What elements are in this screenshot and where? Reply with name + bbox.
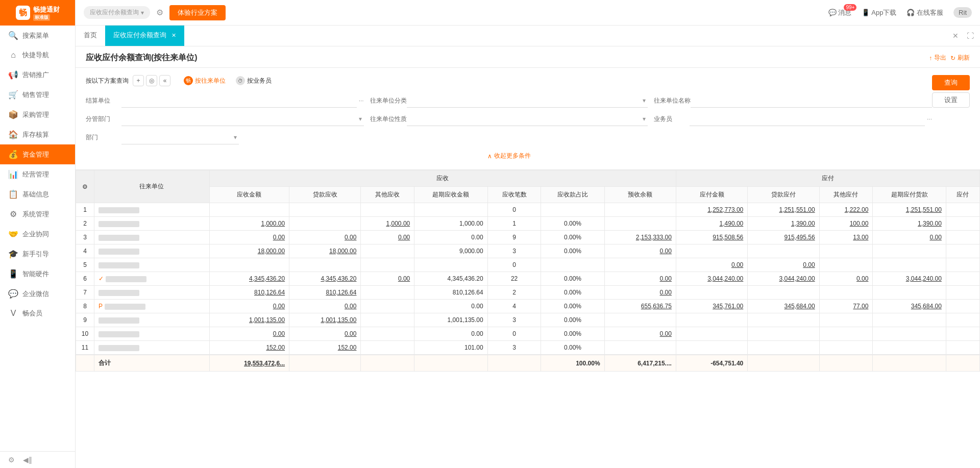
table-cell[interactable]: 0.00: [289, 231, 361, 244]
sidebar-item-operation[interactable]: 📊经营管理: [0, 164, 75, 184]
filter-select-partner-type[interactable]: ▾: [407, 93, 648, 108]
table-cell[interactable]: 345,684.00: [873, 300, 946, 313]
table-cell[interactable]: 655,636.75: [604, 300, 676, 313]
th-settings-icon[interactable]: ⚙: [76, 170, 94, 203]
table-cell[interactable]: 152.00: [209, 341, 289, 355]
table-cell[interactable]: 0.00: [604, 272, 676, 286]
table-cell[interactable]: 1,000.00: [361, 217, 414, 231]
table-cell[interactable]: 0.00: [209, 327, 289, 341]
table-cell[interactable]: 1,490.00: [676, 217, 747, 231]
table-cell[interactable]: 1,001,135.00: [289, 313, 361, 327]
table-cell[interactable]: 1,222.00: [819, 203, 873, 217]
tab-close-icon[interactable]: ✕: [172, 32, 176, 38]
filter-dots-salesman[interactable]: ···: [927, 115, 932, 122]
table-cell[interactable]: 100.00: [819, 217, 873, 231]
filter-collapse-btn[interactable]: ∧ 收起更多条件: [86, 149, 932, 163]
table-cell[interactable]: 345,761.00: [676, 300, 747, 313]
table-cell[interactable]: 1,252,773.00: [676, 203, 747, 217]
topbar-gear-icon[interactable]: ⚙: [156, 8, 163, 17]
table-cell[interactable]: 0.00: [209, 231, 289, 244]
app-download-link[interactable]: 📱 App下载: [862, 8, 896, 17]
footer-ys-je[interactable]: 19,553,472,6...: [209, 355, 289, 372]
table-cell[interactable]: 3,044,240.00: [676, 272, 747, 286]
table-cell[interactable]: 0.00: [748, 258, 819, 272]
user-avatar[interactable]: Rit: [953, 7, 972, 18]
breadcrumb-arrow[interactable]: ▾: [141, 9, 144, 16]
filter-left-icon[interactable]: «: [159, 75, 170, 86]
filter-input-partner-name[interactable]: [691, 93, 932, 108]
message-icon-wrap[interactable]: 💬 消息 99+: [828, 8, 852, 17]
table-cell[interactable]: 1,251,551.00: [748, 203, 819, 217]
filter-target-icon[interactable]: ◎: [146, 75, 157, 86]
table-cell[interactable]: 915,495.56: [748, 231, 819, 244]
sidebar-item-member[interactable]: V畅会员: [0, 304, 75, 323]
filter-input-salesman[interactable]: [690, 112, 925, 126]
table-cell[interactable]: 0.00: [676, 258, 747, 272]
table-cell[interactable]: 915,508.56: [676, 231, 747, 244]
table-cell[interactable]: 77.00: [819, 300, 873, 313]
table-cell[interactable]: 0.00: [604, 286, 676, 300]
sidebar-item-purchase[interactable]: 📦采购管理: [0, 105, 75, 125]
sidebar-item-smart-hw[interactable]: 📱智能硬件: [0, 264, 75, 284]
sidebar-item-guide[interactable]: 🎓新手引导: [0, 244, 75, 264]
sidebar-item-corp-wechat[interactable]: 💬企业微信: [0, 284, 75, 304]
table-cell[interactable]: 18,000.00: [289, 244, 361, 258]
table-cell[interactable]: 1,000.00: [209, 217, 289, 231]
sidebar-item-system[interactable]: ⚙系统管理: [0, 204, 75, 224]
table-cell[interactable]: 3,044,240.00: [748, 272, 819, 286]
table-cell[interactable]: 1,390.00: [748, 217, 819, 231]
sidebar-item-marketing[interactable]: 📢营销推广: [0, 65, 75, 85]
table-cell[interactable]: 4,345,436.20: [209, 272, 289, 286]
filter-select-bumen[interactable]: ▾: [121, 130, 239, 144]
table-cell: [289, 203, 361, 217]
filter-add-icon[interactable]: +: [133, 75, 144, 86]
table-cell[interactable]: 3,044,240.00: [873, 272, 946, 286]
table-cell[interactable]: 152.00: [289, 341, 361, 355]
tab-arbal[interactable]: 应收应付余额查询 ✕: [105, 26, 184, 46]
table-cell[interactable]: 1,390.00: [873, 217, 946, 231]
table-cell[interactable]: 0.00: [873, 231, 946, 244]
query-button[interactable]: 查询: [932, 75, 970, 90]
export-button[interactable]: ↑ 导出: [929, 54, 946, 62]
sidebar-item-quick-nav[interactable]: ⌂快捷导航: [0, 45, 75, 65]
sidebar-item-inventory[interactable]: 🏠库存核算: [0, 125, 75, 144]
table-cell[interactable]: 0.00: [604, 244, 676, 258]
table-cell[interactable]: 4,345,436.20: [289, 272, 361, 286]
table-cell[interactable]: 1,001,135.00: [209, 313, 289, 327]
sidebar-item-finance[interactable]: 💰资金管理: [0, 144, 75, 164]
setting-button[interactable]: 设置: [932, 92, 970, 108]
table-cell[interactable]: 810,126.64: [209, 286, 289, 300]
table-cell[interactable]: 810,126.64: [289, 286, 361, 300]
table-cell[interactable]: 345,684.00: [748, 300, 819, 313]
sidebar-item-cooperation[interactable]: 🤝企业协同: [0, 224, 75, 244]
tab-close-window-icon[interactable]: ✕: [950, 30, 961, 42]
solution-button[interactable]: 体验行业方案: [169, 5, 226, 20]
table-cell[interactable]: 0.00: [361, 231, 414, 244]
table-cell[interactable]: 0.00: [209, 300, 289, 313]
tab-home[interactable]: 首页: [76, 26, 105, 46]
sidebar-item-search-menu[interactable]: 🔍搜索菜单: [0, 26, 75, 45]
table-cell: 0.00%: [541, 341, 604, 355]
online-service-link[interactable]: 🎧 在线客服: [906, 8, 943, 17]
table-cell[interactable]: 0.00: [289, 327, 361, 341]
refresh-button[interactable]: ↻ 刷新: [950, 54, 970, 62]
table-cell[interactable]: 0.00: [361, 272, 414, 286]
table-cell[interactable]: 13.00: [819, 231, 873, 244]
filter-scheme-partner[interactable]: 畅 按往来单位: [179, 74, 231, 87]
table-cell[interactable]: 1,251,551.00: [873, 203, 946, 217]
table-cell[interactable]: 18,000.00: [209, 244, 289, 258]
sidebar-item-sales[interactable]: 🛒销售管理: [0, 85, 75, 105]
sidebar-collapse-icon[interactable]: ◀‖: [23, 456, 32, 464]
filter-select-dept[interactable]: ▾: [121, 112, 364, 126]
table-cell[interactable]: 0.00: [819, 272, 873, 286]
tab-expand-icon[interactable]: ⛶: [965, 30, 976, 42]
filter-dots-jsunit[interactable]: ···: [359, 97, 364, 104]
filter-scheme-salesman[interactable]: ⏱ 按业务员: [231, 74, 277, 87]
table-cell[interactable]: 0.00: [289, 300, 361, 313]
filter-input-jsunit[interactable]: [121, 93, 357, 108]
sidebar-settings-icon[interactable]: ⚙: [8, 456, 15, 464]
table-cell[interactable]: 2,153,333.00: [604, 231, 676, 244]
filter-select-partner-nature[interactable]: ▾: [407, 112, 648, 126]
sidebar-item-basic-info[interactable]: 📋基础信息: [0, 184, 75, 204]
table-cell[interactable]: 0.00: [604, 327, 676, 341]
